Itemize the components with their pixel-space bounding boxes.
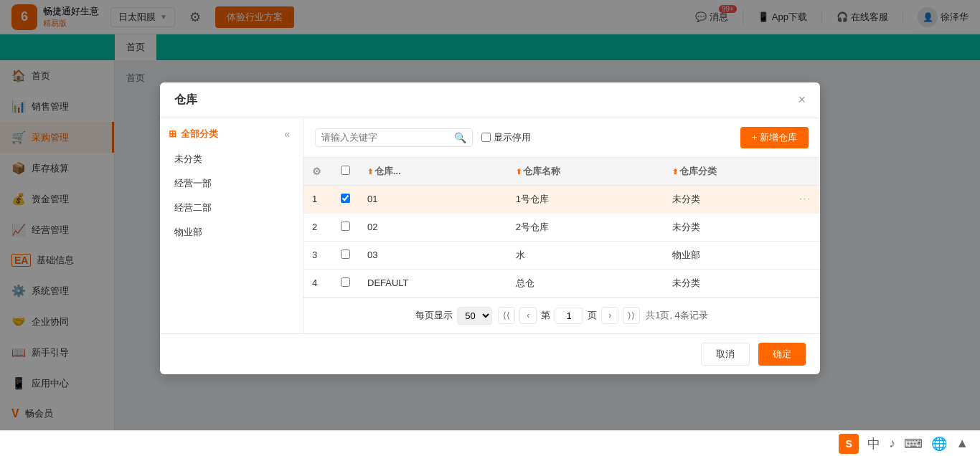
last-page-btn[interactable]: ⟩⟩	[623, 307, 640, 324]
table-row[interactable]: 2 02 2号仓库 未分类	[303, 213, 820, 241]
confirm-button[interactable]: 确定	[758, 343, 806, 366]
row-checkbox[interactable]	[332, 185, 359, 213]
warehouse-table: ⚙ ⬆仓库... ⬆仓库名称 ⬆仓库分类 1 01 1号仓库 未分类··· 2	[303, 158, 820, 298]
page-total: 共1页, 4条记录	[646, 309, 708, 322]
s-logo: S	[839, 434, 859, 454]
search-input[interactable]	[321, 132, 450, 143]
table-row[interactable]: 3 03 水 物业部	[303, 241, 820, 269]
chinese-input-icon[interactable]: 中	[867, 435, 880, 452]
sort-icon3: ⬆	[672, 168, 678, 176]
row-category: 物业部	[664, 241, 820, 269]
row-category: 未分类	[664, 269, 820, 297]
per-page-select[interactable]: 50	[457, 307, 492, 325]
tree-collapse-button[interactable]: «	[280, 127, 294, 141]
search-box: 🔍	[315, 128, 473, 147]
row-checkbox[interactable]	[332, 241, 359, 269]
row-actions[interactable]: ···	[799, 193, 811, 204]
row-index: 3	[303, 241, 332, 269]
page-navigation: ⟨⟨ ‹ 第 页 › ⟩⟩	[498, 307, 640, 324]
page-number-input[interactable]	[555, 308, 583, 324]
warehouse-modal: 仓库 × ⊞ 全部分类 « 未分类 经营一部 经营二部 物业部	[160, 82, 820, 374]
show-disabled-label[interactable]: 显示停用	[481, 131, 531, 144]
modal-overlay: 仓库 × ⊞ 全部分类 « 未分类 经营一部 经营二部 物业部	[0, 0, 980, 456]
search-icon: 🔍	[454, 132, 466, 143]
tree-header: ⊞ 全部分类 «	[160, 127, 303, 147]
sort-icon2: ⬆	[516, 168, 522, 176]
row-index: 4	[303, 269, 332, 297]
col-checkbox	[332, 158, 359, 186]
row-checkbox[interactable]	[332, 213, 359, 241]
tree-item-property[interactable]: 物业部	[160, 220, 303, 244]
modal-title: 仓库	[174, 92, 197, 108]
row-name: 2号仓库	[507, 213, 664, 241]
sound-icon[interactable]: ♪	[889, 436, 895, 451]
col-name-header: ⬆仓库名称	[507, 158, 664, 186]
table-row[interactable]: 4 DEFAULT 总仓 未分类	[303, 269, 820, 297]
gear-icon[interactable]: ⚙	[312, 166, 321, 177]
row-index: 2	[303, 213, 332, 241]
row-name: 水	[507, 241, 664, 269]
page-size: 每页显示 50	[415, 307, 492, 325]
tree-item-dept2[interactable]: 经营二部	[160, 196, 303, 220]
table-row[interactable]: 1 01 1号仓库 未分类···	[303, 185, 820, 213]
row-name: 1号仓库	[507, 185, 664, 213]
select-all-checkbox[interactable]	[341, 166, 350, 175]
modal-header: 仓库 ×	[160, 82, 820, 118]
row-code: 01	[359, 185, 507, 213]
tree-title: ⊞ 全部分类	[169, 128, 218, 141]
grid-icon: ⊞	[169, 128, 176, 139]
col-gear: ⚙	[303, 158, 332, 186]
row-code: 03	[359, 241, 507, 269]
modal-footer: 取消 确定	[160, 333, 820, 374]
add-warehouse-button[interactable]: + 新增仓库	[740, 127, 809, 148]
first-page-btn[interactable]: ⟨⟨	[498, 307, 515, 324]
cancel-button[interactable]: 取消	[701, 343, 750, 366]
prev-page-btn[interactable]: ‹	[519, 307, 537, 324]
sort-icon: ⬆	[367, 168, 373, 176]
category-tree-panel: ⊞ 全部分类 « 未分类 经营一部 经营二部 物业部	[160, 118, 303, 333]
tree-item-dept1[interactable]: 经营一部	[160, 171, 303, 196]
table-header-row: ⚙ ⬆仓库... ⬆仓库名称 ⬆仓库分类	[303, 158, 820, 186]
row-code: DEFAULT	[359, 269, 507, 297]
row-category: 未分类···	[664, 185, 820, 213]
network-icon[interactable]: 🌐	[931, 436, 947, 452]
table-toolbar: 🔍 显示停用 + 新增仓库	[303, 118, 820, 158]
modal-body: ⊞ 全部分类 « 未分类 经营一部 经营二部 物业部 🔍	[160, 118, 820, 333]
col-code-header: ⬆仓库...	[359, 158, 507, 186]
row-index: 1	[303, 185, 332, 213]
keyboard-icon[interactable]: ⌨	[904, 436, 923, 452]
show-disabled-checkbox[interactable]	[481, 133, 491, 142]
col-category-header: ⬆仓库分类	[664, 158, 820, 186]
row-code: 02	[359, 213, 507, 241]
row-category: 未分类	[664, 213, 820, 241]
next-page-btn[interactable]: ›	[601, 307, 618, 324]
table-panel: 🔍 显示停用 + 新增仓库 ⚙	[303, 118, 820, 333]
modal-close-button[interactable]: ×	[798, 92, 806, 108]
row-name: 总仓	[507, 269, 664, 297]
tree-item-uncategorized[interactable]: 未分类	[160, 147, 303, 171]
row-checkbox[interactable]	[332, 269, 359, 297]
warehouse-table-wrap: ⚙ ⬆仓库... ⬆仓库名称 ⬆仓库分类 1 01 1号仓库 未分类··· 2	[303, 158, 820, 298]
system-tray-icon[interactable]: ▲	[956, 436, 969, 451]
pagination: 每页显示 50 ⟨⟨ ‹ 第 页 › ⟩⟩ 共1页, 4条记录	[303, 298, 820, 333]
bottom-taskbar: S 中 ♪ ⌨ 🌐 ▲	[0, 430, 980, 456]
